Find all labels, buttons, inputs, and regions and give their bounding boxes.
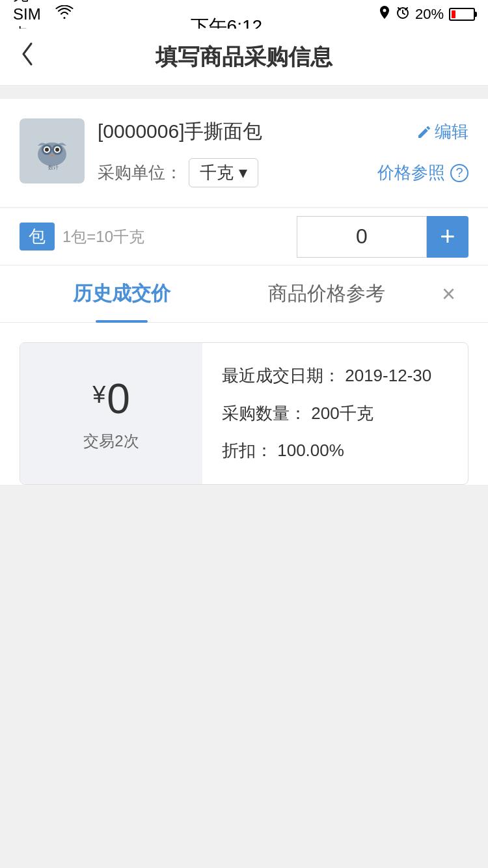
- quantity-plus-button[interactable]: +: [427, 216, 468, 258]
- help-circle-icon: ?: [450, 164, 468, 182]
- product-image-icon: 数计: [33, 131, 72, 170]
- nav-header: 填写商品采购信息: [0, 29, 488, 86]
- price-card: ¥ 0 交易2次 最近成交日期： 2019-12-30 采购数量： 200千克 …: [20, 342, 468, 485]
- tab-active-indicator: [96, 320, 148, 323]
- svg-point-3: [38, 142, 66, 166]
- price-value: 0: [107, 375, 130, 423]
- svg-text:数计: 数计: [48, 165, 59, 170]
- status-bar: 无 SIM 卡 下午6:12 20%: [0, 0, 488, 29]
- page-title: 填写商品采购信息: [156, 42, 332, 72]
- tab-bar: 历史成交价 商品价格参考 ×: [0, 265, 488, 323]
- alarm-icon: [396, 5, 410, 23]
- purchase-qty-row: 采购数量： 200千克: [222, 400, 448, 427]
- edit-icon: [416, 124, 432, 140]
- dropdown-arrow-icon: ▾: [239, 163, 247, 183]
- quantity-row: 包 1包=10千克 0 +: [0, 208, 488, 265]
- wifi-icon: [55, 5, 74, 23]
- unit-select-dropdown[interactable]: 千克 ▾: [189, 158, 258, 187]
- tab-history-price[interactable]: 历史成交价: [20, 265, 224, 323]
- unit-info: 包 1包=10千克: [20, 223, 144, 251]
- currency-symbol: ¥: [92, 381, 105, 409]
- battery-percent: 20%: [415, 6, 444, 23]
- quantity-controls: 0 +: [297, 216, 468, 258]
- location-icon: [379, 5, 390, 23]
- price-amount: ¥ 0: [92, 375, 130, 423]
- battery-icon: [449, 8, 475, 21]
- product-info: [0000006]手撕面包 编辑 采购单位： 千克 ▾ 价格: [98, 118, 468, 187]
- edit-link[interactable]: 编辑: [416, 120, 468, 143]
- unit-ratio: 1包=10千克: [62, 226, 144, 247]
- price-reference-link[interactable]: 价格参照 ?: [377, 161, 468, 184]
- recent-date-row: 最近成交日期： 2019-12-30: [222, 362, 448, 390]
- footer-area: [0, 504, 488, 868]
- svg-line-2: [403, 13, 405, 14]
- unit-label: 采购单位： 千克 ▾: [98, 158, 258, 187]
- tab-close-button[interactable]: ×: [429, 267, 468, 321]
- product-thumbnail: 数计: [20, 118, 85, 183]
- product-name: [0000006]手撕面包: [98, 118, 262, 145]
- product-card: 数计 [0000006]手撕面包 编辑 采购单位： 千克 ▾: [0, 99, 488, 207]
- quantity-input[interactable]: 0: [297, 216, 427, 258]
- discount-row: 折扣： 100.00%: [222, 437, 448, 465]
- svg-point-8: [45, 148, 49, 152]
- price-card-right: 最近成交日期： 2019-12-30 采购数量： 200千克 折扣： 100.0…: [202, 343, 468, 484]
- transaction-count: 交易2次: [83, 431, 139, 452]
- unit-badge: 包: [20, 223, 55, 251]
- status-right: 20%: [379, 5, 475, 23]
- svg-point-9: [55, 148, 59, 152]
- back-button[interactable]: [20, 34, 42, 79]
- bottom-panel: 历史成交价 商品价格参考 × ¥ 0 交易2次 最近成交日期： 2019-12-…: [0, 265, 488, 485]
- price-card-left: ¥ 0 交易2次: [20, 343, 202, 484]
- tab-product-price-ref[interactable]: 商品价格参考: [224, 265, 428, 323]
